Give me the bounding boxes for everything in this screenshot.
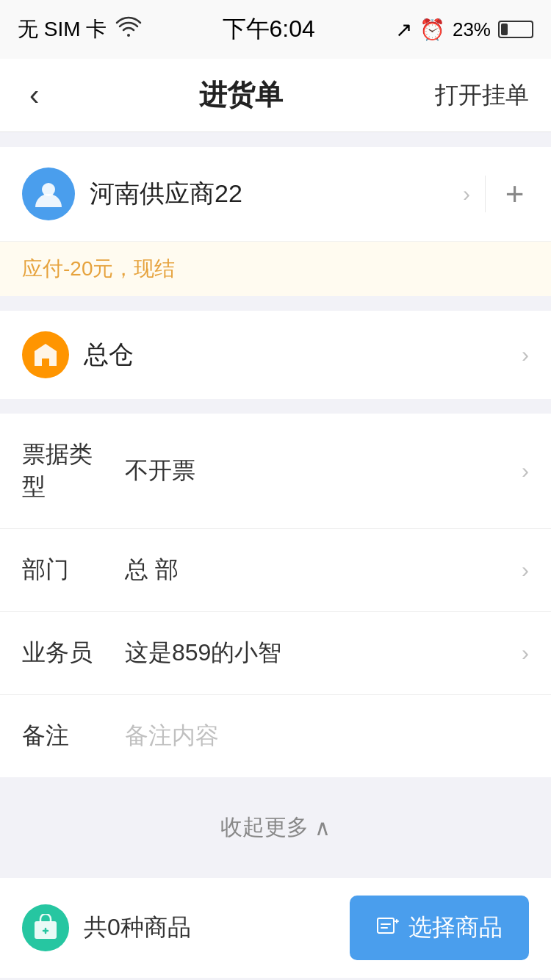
status-left: 无 SIM 卡 [18,14,142,46]
department-label: 部门 [22,554,110,586]
invoice-type-row[interactable]: 票据类型 不开票 › [0,414,551,529]
supplier-add-button[interactable]: + [485,176,529,212]
supplier-avatar [22,167,75,220]
invoice-type-label: 票据类型 [22,439,110,503]
department-chevron-icon: › [522,558,529,583]
department-row[interactable]: 部门 总 部 › [0,529,551,612]
salesperson-label: 业务员 [22,637,110,669]
salesperson-row[interactable]: 业务员 这是859的小智 › [0,612,551,695]
warehouse-icon [22,331,69,378]
open-pending-button[interactable]: 打开挂单 [435,79,529,112]
select-product-icon [376,914,400,943]
alarm-icon: ⏰ [419,18,445,42]
status-bar: 无 SIM 卡 下午6:04 ↗ ⏰ 23% [0,0,551,59]
invoice-type-value: 不开票 [110,455,514,487]
notice-bar: 应付-20元，现结 [0,242,551,296]
product-count-label: 共0种商品 [84,912,350,944]
bottom-bar: 共0种商品 选择商品 [0,878,551,978]
section-divider-1 [0,132,551,147]
salesperson-value: 这是859的小智 [110,637,514,669]
wifi-icon [115,14,142,46]
collapse-icon: ∧ [314,815,331,840]
collapse-label: 收起更多 [220,813,309,843]
collapse-row[interactable]: 收起更多 ∧ [0,792,551,863]
remarks-label: 备注 [22,720,110,752]
battery-icon [498,21,533,38]
salesperson-chevron-icon: › [522,641,529,666]
remarks-placeholder[interactable]: 备注内容 [110,720,529,752]
back-button[interactable]: ‹ [22,71,46,119]
section-divider-2 [0,296,551,311]
content-area: 河南供应商22 › + 应付-20元，现结 总仓 › 票据类型 不开票 › [0,132,551,980]
nav-bar: ‹ 进货单 打开挂单 [0,59,551,132]
page-title: 进货单 [199,76,283,114]
supplier-card: 河南供应商22 › + 应付-20元，现结 [0,147,551,296]
warehouse-row[interactable]: 总仓 › [0,311,551,399]
invoice-type-chevron-icon: › [522,458,529,483]
supplier-chevron-icon: › [463,181,470,206]
svg-rect-2 [378,918,394,933]
carrier-label: 无 SIM 卡 [18,15,107,43]
status-right: ↗ ⏰ 23% [395,18,533,42]
product-icon [22,904,69,951]
select-product-button[interactable]: 选择商品 [350,896,529,960]
select-product-label: 选择商品 [408,912,503,944]
warehouse-card: 总仓 › [0,311,551,399]
warehouse-chevron-icon: › [522,342,529,367]
notice-text: 应付-20元，现结 [22,257,175,280]
remarks-row[interactable]: 备注 备注内容 [0,695,551,777]
location-icon: ↗ [395,18,412,42]
form-card: 票据类型 不开票 › 部门 总 部 › 业务员 这是859的小智 › 备注 备注… [0,414,551,777]
department-value: 总 部 [110,554,514,586]
supplier-name: 河南供应商22 [90,177,455,211]
time-label: 下午6:04 [223,13,315,46]
battery-label: 23% [453,18,491,41]
supplier-row[interactable]: 河南供应商22 › + [0,147,551,242]
warehouse-name: 总仓 [84,338,514,372]
